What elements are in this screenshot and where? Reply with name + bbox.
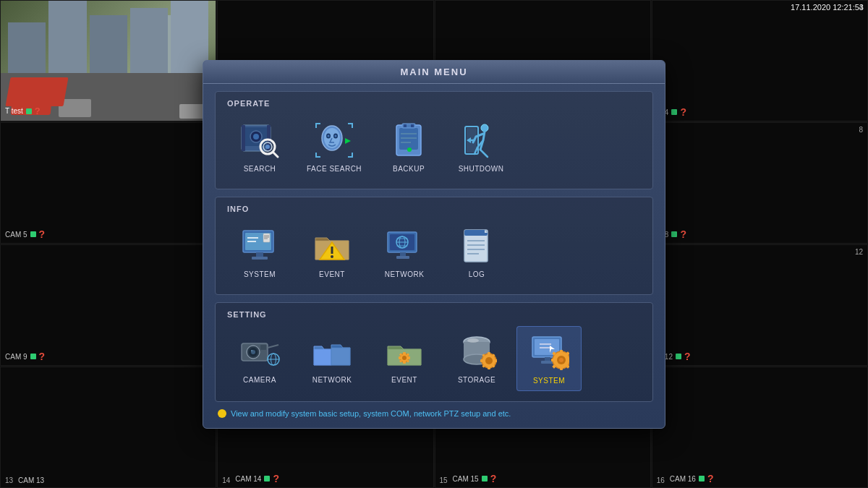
menu-title-bar: MAIN MENU — [203, 61, 665, 84]
event-setting-icon — [383, 332, 426, 372]
svg-rect-34 — [256, 252, 263, 257]
network-setting-label: NETWORK — [312, 376, 352, 384]
svg-rect-51 — [396, 256, 409, 259]
storage-icon — [455, 332, 498, 372]
menu-item-network-setting[interactable]: NETWORK — [299, 326, 365, 391]
operate-items: SEARCH — [227, 115, 641, 179]
menu-item-system-setting[interactable]: SYSTEM — [516, 326, 582, 391]
svg-point-84 — [467, 338, 479, 343]
storage-label: STORAGE — [458, 376, 495, 384]
menu-item-backup[interactable]: BACKUP — [376, 115, 441, 179]
svg-rect-21 — [411, 124, 414, 127]
camera-label: CAMERA — [243, 376, 276, 384]
svg-rect-105 — [560, 367, 563, 370]
svg-rect-35 — [252, 257, 268, 260]
network-info-icon — [383, 226, 426, 266]
face-search-icon — [312, 121, 356, 160]
svg-rect-106 — [551, 359, 555, 361]
system-setting-icon — [527, 333, 571, 372]
search-label: SEARCH — [244, 165, 276, 173]
menu-item-event-info[interactable]: EVENT — [299, 221, 365, 284]
section-info-label: INFO — [227, 205, 641, 213]
svg-point-22 — [407, 147, 412, 152]
svg-rect-20 — [404, 124, 407, 127]
main-menu-dialog: MAIN MENU OPERATE — [203, 60, 665, 429]
menu-item-face-search[interactable]: FACE SEARCH — [299, 115, 369, 179]
menu-item-search[interactable]: SEARCH — [227, 115, 292, 179]
system-info-label: SYSTEM — [244, 270, 276, 278]
modal-overlay: MAIN MENU OPERATE — [0, 0, 868, 488]
face-search-label: FACE SEARCH — [307, 165, 362, 173]
shutdown-icon — [459, 121, 503, 160]
svg-point-5 — [253, 134, 259, 140]
svg-rect-89 — [480, 359, 484, 362]
setting-items: CAMERA NETWORK — [227, 326, 641, 391]
svg-point-14 — [327, 135, 329, 137]
svg-rect-75 — [399, 356, 401, 359]
svg-rect-50 — [400, 252, 406, 256]
svg-rect-41 — [331, 247, 333, 254]
shutdown-label: SHUTDOWN — [459, 165, 504, 173]
svg-rect-88 — [488, 366, 490, 369]
menu-item-event-setting[interactable]: EVENT — [372, 326, 437, 391]
backup-icon — [387, 121, 430, 160]
svg-rect-73 — [403, 352, 406, 355]
info-items: SYSTEM EV — [227, 221, 641, 284]
svg-point-103 — [559, 358, 563, 362]
camera-icon — [238, 332, 281, 372]
menu-tooltip: View and modify system basic setup, syst… — [203, 406, 665, 421]
event-info-label: EVENT — [319, 270, 345, 278]
menu-item-log[interactable]: LOG — [444, 221, 509, 284]
log-label: LOG — [469, 270, 485, 278]
svg-rect-107 — [568, 359, 569, 361]
section-operate: OPERATE — [215, 91, 653, 189]
svg-rect-18 — [399, 128, 418, 150]
menu-title: MAIN MENU — [400, 67, 467, 77]
log-icon — [455, 226, 498, 266]
svg-point-15 — [334, 135, 336, 137]
svg-point-86 — [485, 357, 493, 364]
svg-rect-87 — [488, 352, 490, 356]
event-setting-label: EVENT — [391, 376, 417, 384]
svg-point-9 — [265, 145, 270, 149]
menu-item-shutdown[interactable]: SHUTDOWN — [448, 115, 514, 179]
svg-rect-76 — [407, 356, 410, 359]
svg-rect-99 — [545, 357, 550, 361]
svg-rect-36 — [263, 234, 270, 242]
system-info-icon — [238, 226, 281, 266]
event-icon — [310, 226, 354, 266]
menu-item-camera[interactable]: CAMERA — [227, 326, 292, 391]
menu-item-storage[interactable]: STORAGE — [444, 326, 509, 391]
svg-point-64 — [251, 350, 252, 351]
section-operate-label: OPERATE — [227, 99, 641, 108]
network-setting-icon — [310, 332, 354, 372]
menu-item-system-info[interactable]: SYSTEM — [227, 221, 292, 284]
search-icon — [238, 121, 281, 160]
tooltip-dot — [218, 409, 226, 418]
svg-line-66 — [268, 345, 278, 348]
section-info: INFO — [215, 197, 653, 295]
menu-item-network-info[interactable]: NETWORK — [372, 221, 437, 284]
network-info-label: NETWORK — [385, 270, 425, 278]
svg-rect-65 — [260, 345, 266, 350]
svg-point-42 — [331, 255, 333, 258]
tooltip-text: View and modify system basic setup, syst… — [231, 409, 511, 418]
svg-point-72 — [402, 356, 407, 360]
section-setting: SETTING — [215, 302, 653, 402]
svg-rect-104 — [560, 350, 563, 354]
svg-marker-16 — [345, 138, 351, 144]
svg-rect-74 — [403, 361, 406, 364]
svg-rect-96 — [535, 339, 559, 355]
svg-line-8 — [273, 152, 278, 157]
section-setting-label: SETTING — [227, 310, 641, 319]
svg-rect-53 — [464, 230, 488, 236]
backup-label: BACKUP — [393, 165, 425, 173]
system-setting-label: SYSTEM — [533, 377, 565, 385]
svg-rect-2 — [242, 125, 245, 151]
svg-rect-90 — [494, 359, 497, 362]
